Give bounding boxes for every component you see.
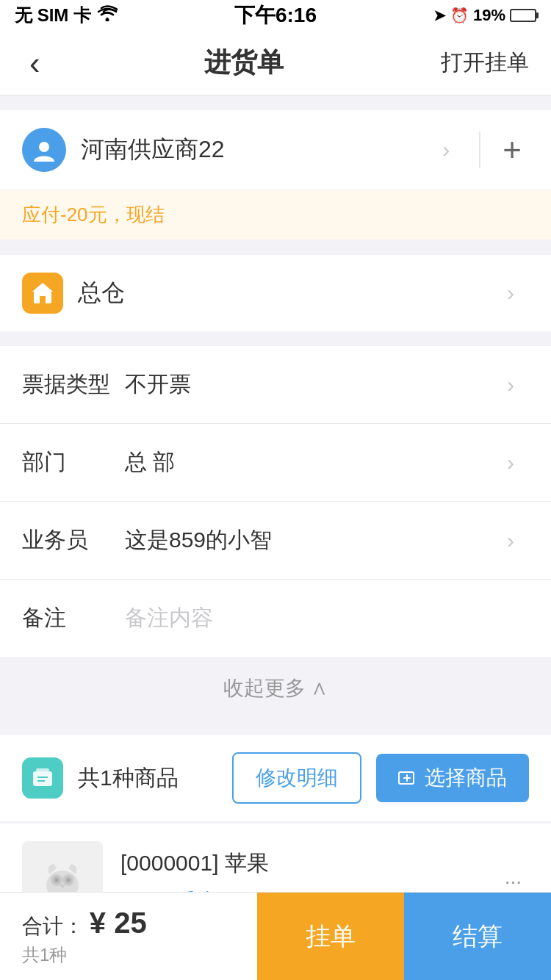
edit-detail-button[interactable]: 修改明细	[232, 752, 361, 804]
warehouse-chevron-icon: ›	[507, 281, 514, 306]
status-bar: 无 SIM 卡 下午6:16 ➤ ⏰ 19%	[0, 0, 551, 31]
remarks-label: 备注	[22, 603, 125, 633]
invoice-label: 票据类型	[22, 370, 125, 400]
warehouse-card[interactable]: 总仓 ›	[0, 255, 551, 331]
staff-chevron-icon: ›	[507, 528, 514, 553]
location-icon: ➤	[433, 7, 446, 24]
gap3	[0, 720, 551, 735]
notice-bar: 应付-20元，现结	[0, 190, 551, 240]
product-name: [0000001] 苹果	[120, 849, 497, 879]
form-section: 票据类型 不开票 › 部门 总 部 › 业务员 这是859的小智 › 备注 备注…	[0, 346, 551, 657]
svg-point-15	[55, 879, 58, 882]
remarks-row[interactable]: 备注 备注内容	[0, 580, 551, 657]
invoice-row[interactable]: 票据类型 不开票 ›	[0, 346, 551, 424]
svg-point-1	[39, 142, 49, 152]
footer-total: 合计： ¥ 25 共1种	[0, 893, 257, 980]
collapse-label: 收起更多 ∧	[223, 677, 328, 699]
signal-text: 无 SIM 卡	[15, 4, 91, 27]
status-left: 无 SIM 卡	[15, 4, 118, 27]
products-count: 共1种商品	[78, 763, 217, 793]
product-title: 苹果	[225, 851, 269, 875]
svg-rect-4	[40, 296, 46, 303]
staff-value: 这是859的小智	[125, 525, 507, 555]
page-title: 进货单	[204, 45, 284, 81]
battery-percent: 19%	[473, 6, 505, 25]
footer-sub-label: 共1种	[22, 943, 235, 967]
alarm-icon: ⏰	[450, 7, 469, 24]
product-code: [0000001]	[120, 851, 218, 875]
pending-button[interactable]: 挂单	[257, 893, 404, 980]
open-pending-button[interactable]: 打开挂单	[441, 48, 529, 78]
svg-point-0	[106, 18, 109, 22]
department-label: 部门	[22, 447, 125, 478]
footer-total-row: 合计： ¥ 25	[22, 907, 235, 940]
svg-rect-6	[36, 768, 49, 771]
staff-row[interactable]: 业务员 这是859的小智 ›	[0, 502, 551, 580]
svg-rect-5	[33, 771, 52, 786]
warehouse-row[interactable]: 总仓 ›	[0, 255, 551, 331]
gap1	[0, 96, 551, 110]
select-product-button[interactable]: 选择商品	[376, 754, 529, 802]
supplier-chevron-icon: ›	[442, 137, 450, 162]
department-value: 总 部	[125, 447, 507, 478]
nav-bar: ‹ 进货单 打开挂单	[0, 31, 551, 96]
svg-point-16	[67, 879, 70, 882]
supplier-row[interactable]: 河南供应商22 › +	[0, 110, 551, 190]
products-header: 共1种商品 修改明细 选择商品	[0, 735, 551, 821]
svg-marker-3	[32, 283, 53, 292]
warehouse-icon	[22, 273, 63, 314]
supplier-name: 河南供应商22	[81, 134, 442, 166]
back-button[interactable]: ‹	[22, 37, 48, 89]
pending-label: 挂单	[306, 920, 356, 954]
staff-label: 业务员	[22, 525, 125, 555]
supplier-divider	[479, 131, 480, 168]
total-label: 合计：	[22, 915, 84, 937]
battery-icon	[510, 9, 536, 22]
footer: 合计： ¥ 25 共1种 挂单 结算	[0, 892, 551, 980]
invoice-value: 不开票	[125, 370, 507, 400]
wifi-icon	[97, 5, 118, 26]
invoice-chevron-icon: ›	[507, 372, 514, 397]
department-row[interactable]: 部门 总 部 ›	[0, 424, 551, 502]
collapse-bar[interactable]: 收起更多 ∧	[0, 657, 551, 720]
products-icon	[22, 757, 63, 799]
department-chevron-icon: ›	[507, 450, 514, 475]
gap2	[0, 240, 551, 255]
settle-label: 结算	[453, 920, 503, 954]
select-product-label: 选择商品	[425, 764, 507, 792]
status-time: 下午6:16	[234, 1, 317, 29]
notice-text: 应付-20元，现结	[22, 203, 165, 226]
total-amount: ¥ 25	[90, 907, 147, 939]
supplier-card: 河南供应商22 › + 应付-20元，现结	[0, 110, 551, 240]
status-right: ➤ ⏰ 19%	[433, 6, 536, 25]
supplier-avatar	[22, 128, 66, 172]
add-supplier-button[interactable]: +	[495, 131, 529, 168]
warehouse-name: 总仓	[78, 277, 507, 309]
settle-button[interactable]: 结算	[404, 893, 551, 980]
remarks-input[interactable]: 备注内容	[125, 603, 529, 633]
